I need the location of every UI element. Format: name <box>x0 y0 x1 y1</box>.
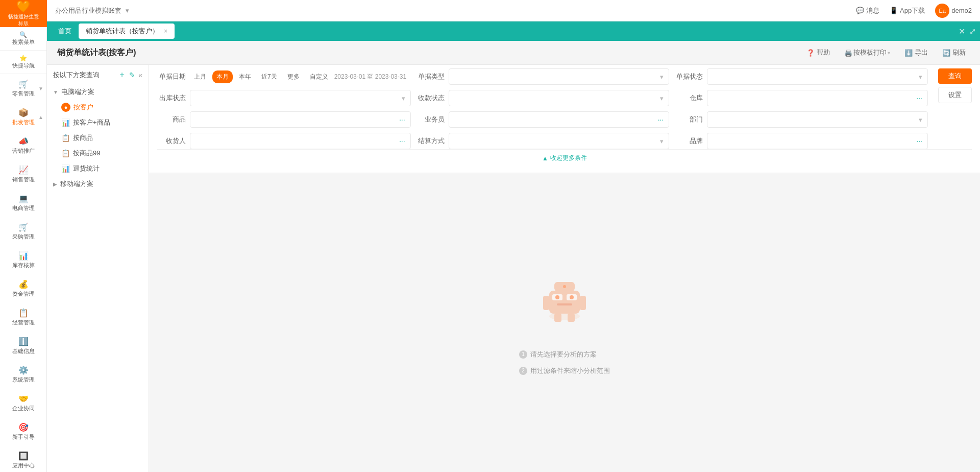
sidebar-item-ecommerce[interactable]: 💻 电商管理 <box>0 188 46 217</box>
dept-select[interactable]: ▾ <box>707 111 928 128</box>
sidebar-item-wholesale[interactable]: 📦 批发管理 ▲ <box>0 103 46 131</box>
message-btn[interactable]: 💬 消息 <box>856 6 879 15</box>
tab-sales-stats[interactable]: 销货单统计表（按客户） × <box>79 23 175 39</box>
collapse-icon: ▲ <box>542 155 548 162</box>
settlement-select[interactable]: ▾ <box>449 133 670 149</box>
tab-maximize-btn[interactable]: ⤢ <box>969 27 976 36</box>
logo-icon: 🧡 <box>16 0 30 13</box>
export-icon: ⬇️ <box>904 49 913 57</box>
filter-cell-salesperson: 业务员 ··· <box>416 111 670 128</box>
sidebar-item-system[interactable]: ⚙️ 系统管理 <box>0 360 46 389</box>
scheme-item-label-4: 退货统计 <box>73 164 100 173</box>
brand-dots[interactable]: ··· <box>916 137 922 145</box>
filter-cell-settlement: 结算方式 ▾ <box>416 133 670 149</box>
refresh-btn[interactable]: 🔄 刷新 <box>938 46 970 59</box>
sidebar-item-app-center[interactable]: 🔲 应用中心 <box>0 446 46 472</box>
doc-type-arrow: ▾ <box>660 73 664 81</box>
out-status-select[interactable]: ▾ <box>190 90 411 106</box>
tab-close-all-btn[interactable]: ✕ <box>959 27 965 36</box>
active-icon-text: ● <box>64 104 68 110</box>
mobile-group-header[interactable]: ▶ 移动端方案 <box>47 176 149 192</box>
sidebar-item-guide[interactable]: 🎯 新手引导 <box>0 417 46 446</box>
scheme-collapse-btn[interactable]: « <box>138 71 142 79</box>
refresh-label: 刷新 <box>952 48 966 57</box>
date-btn-this-month[interactable]: 本月 <box>212 70 233 83</box>
date-btn-last-month[interactable]: 上月 <box>190 70 210 83</box>
sidebar-item-inventory[interactable]: 📊 库存核算 <box>0 246 46 274</box>
scheme-panel-title: 按以下方案查询 <box>53 70 100 80</box>
scheme-item-by-customer-goods[interactable]: 📊 按客户+商品 <box>47 115 149 130</box>
scheme-actions: ＋ ✎ « <box>118 69 142 80</box>
tip-item-2: 2 用过滤条件来缩小分析范围 <box>519 364 610 377</box>
recv-status-select[interactable]: ▾ <box>449 90 670 106</box>
salesperson-dots[interactable]: ··· <box>658 115 664 124</box>
wholesale-icon: 📦 <box>18 108 29 117</box>
user-area[interactable]: Ea demo2 <box>935 4 972 18</box>
page-header: 销货单统计表(按客户) ❓ 帮助 🖨️ 按模板打印 ▾ ⬇️ 导出 🔄 刷新 <box>47 41 980 65</box>
industry-dropdown-icon[interactable]: ▾ <box>126 7 129 14</box>
mobile-scheme-group: ▶ 移动端方案 <box>47 176 149 192</box>
settlement-label: 结算方式 <box>416 136 445 146</box>
salesperson-select[interactable]: ··· <box>449 111 670 128</box>
help-btn[interactable]: ❓ 帮助 <box>802 46 834 59</box>
quick-nav[interactable]: ⭐ 快捷导航 <box>0 51 46 74</box>
recipient-select[interactable]: ··· <box>190 133 411 149</box>
sidebar-item-purchase[interactable]: 🛒 采购管理 <box>0 217 46 246</box>
scheme-item-by-goods[interactable]: 📋 按商品 <box>47 130 149 146</box>
nav-label: 快捷导航 <box>0 62 46 69</box>
purchase-label: 采购管理 <box>12 233 35 241</box>
setting-btn[interactable]: 设置 <box>938 87 972 103</box>
warehouse-dots[interactable]: ··· <box>916 94 922 102</box>
doc-status-select[interactable]: ▾ <box>707 68 928 85</box>
sidebar-item-operations[interactable]: 📋 经营管理 <box>0 303 46 332</box>
tab-home-label: 首页 <box>58 27 71 36</box>
scheme-item-by-customer[interactable]: ● 按客户 <box>47 100 149 115</box>
goods-select[interactable]: ··· <box>190 111 411 128</box>
scheme-panel: 按以下方案查询 ＋ ✎ « ▼ 电脑端方案 ● 按客户 📊 按客户+商 <box>47 62 149 472</box>
filter-cell-recipient: 收货人 ··· <box>157 133 411 149</box>
purchase-icon: 🛒 <box>18 222 29 232</box>
topbar: 办公用品行业模拟账套 ▾ 💬 消息 📱 App下载 Ea demo2 <box>47 0 980 21</box>
template-print-btn[interactable]: 🖨️ 按模板打印 ▾ <box>840 46 894 59</box>
scheme-add-btn[interactable]: ＋ <box>118 69 126 80</box>
date-btn-more[interactable]: 更多 <box>283 70 304 83</box>
scheme-item-by-goods99[interactable]: 📋 按商品99 <box>47 146 149 161</box>
marketing-icon: 📣 <box>18 136 29 146</box>
empty-tips: 1 请先选择要分析的方案 2 用过滤条件来缩小分析范围 <box>519 348 610 377</box>
sidebar-item-enterprise[interactable]: 🤝 企业协同 <box>0 389 46 417</box>
sidebar-item-marketing[interactable]: 📣 营销推广 <box>0 131 46 160</box>
scheme-item-label-3: 按商品99 <box>73 149 100 158</box>
scheme-edit-btn[interactable]: ✎ <box>129 71 135 79</box>
scheme-item-return-stats[interactable]: 📊 退货统计 <box>47 161 149 176</box>
tabbar-right: ✕ ⤢ <box>959 27 976 36</box>
finance-icon: 💰 <box>18 279 29 289</box>
sidebar-item-retail[interactable]: 🛒 零售管理 ▼ <box>0 74 46 103</box>
svg-point-4 <box>555 295 559 299</box>
filter-cell-brand: 品牌 ··· <box>674 133 928 149</box>
sales-label: 销售管理 <box>12 176 35 183</box>
topbar-right: 💬 消息 📱 App下载 Ea demo2 <box>856 4 972 18</box>
search-menu[interactable]: 🔍 搜索菜单 <box>0 27 46 51</box>
sidebar-item-basic-info[interactable]: ℹ️ 基础信息 <box>0 332 46 360</box>
recipient-dots[interactable]: ··· <box>399 137 405 145</box>
query-btn[interactable]: 查询 <box>938 68 972 84</box>
sidebar-item-sales[interactable]: 📈 销售管理 <box>0 160 46 188</box>
collapse-bar[interactable]: ▲ 收起更多条件 <box>157 149 972 167</box>
page-title: 销货单统计表(按客户) <box>57 48 136 58</box>
export-btn[interactable]: ⬇️ 导出 <box>900 46 932 59</box>
date-btn-7days[interactable]: 近7天 <box>257 70 281 83</box>
tab-home[interactable]: 首页 <box>51 23 79 39</box>
brand-select[interactable]: ··· <box>707 133 928 149</box>
app-download-btn[interactable]: 📱 App下载 <box>890 6 925 15</box>
sidebar-item-finance[interactable]: 💰 资金管理 <box>0 274 46 303</box>
date-btn-this-year[interactable]: 本年 <box>235 70 255 83</box>
warehouse-select[interactable]: ··· <box>707 90 928 106</box>
avatar: Ea <box>935 4 949 18</box>
recv-status-label: 收款状态 <box>416 93 445 103</box>
basic-info-icon: ℹ️ <box>18 337 29 346</box>
doc-type-select[interactable]: ▾ <box>449 68 670 85</box>
goods-dots[interactable]: ··· <box>399 115 405 124</box>
tab-close-icon[interactable]: × <box>164 28 167 35</box>
desktop-group-header[interactable]: ▼ 电脑端方案 <box>47 84 149 100</box>
date-btn-custom[interactable]: 自定义 <box>306 70 332 83</box>
